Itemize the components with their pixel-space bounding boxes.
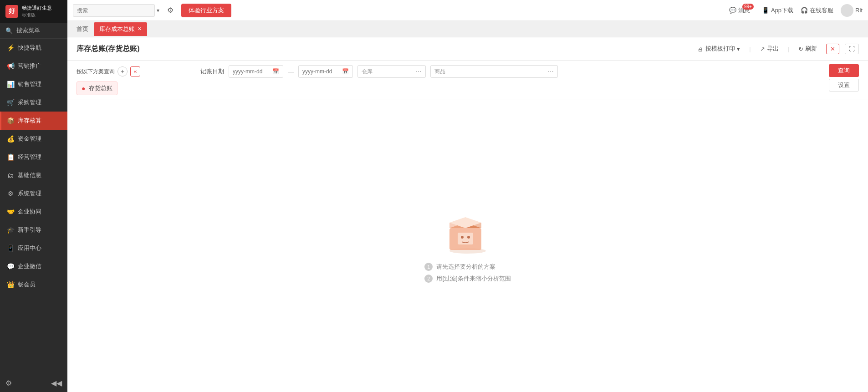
sidebar-item-label: 销售管理 xyxy=(18,80,41,88)
user-name: Rit xyxy=(855,7,863,14)
print-label: 按模板打印 xyxy=(705,45,735,53)
date-start-input[interactable] xyxy=(233,68,269,75)
sidebar-item-newbie[interactable]: 🎓 新手引导 xyxy=(0,221,67,239)
sidebar: 好 畅捷通好生意 标准版 🔍 搜索菜单 ⚡ 快捷导航 📢 营销推广 📊 销售管理… xyxy=(0,0,67,392)
filter-add-btn[interactable]: + xyxy=(117,66,128,76)
app-download-btn[interactable]: 📱 App下载 xyxy=(762,6,793,15)
online-service-btn[interactable]: 🎧 在线客服 xyxy=(801,6,833,15)
tab-home[interactable]: 首页 xyxy=(71,22,94,36)
sidebar-item-label: 采购管理 xyxy=(18,98,41,107)
sidebar-item-quick-nav[interactable]: ⚡ 快捷导航 xyxy=(0,39,67,57)
sidebar-item-label: 库存核算 xyxy=(18,117,41,125)
sidebar-item-label: 营销推广 xyxy=(18,62,41,70)
finance-icon: 💰 xyxy=(7,135,14,143)
sidebar-item-label: 应用中心 xyxy=(18,244,41,252)
avatar xyxy=(841,4,853,17)
filter-date-start[interactable]: 📅 xyxy=(229,65,283,78)
filter-label: 按以下方案查询 xyxy=(77,68,115,76)
scheme-item[interactable]: ● 存货总账 xyxy=(77,81,117,95)
query-btn[interactable]: 查询 xyxy=(829,64,859,77)
sidebar-item-wechat[interactable]: 💬 企业微信 xyxy=(0,257,67,275)
sidebar-item-enterprise[interactable]: 🤝 企业协同 xyxy=(0,203,67,221)
close-icon: ✕ xyxy=(830,46,835,52)
scheme-row: ● 存货总账 xyxy=(77,81,859,95)
close-panel-btn[interactable]: ✕ xyxy=(826,44,839,54)
goods-more-btn[interactable]: ··· xyxy=(548,67,554,76)
collapse-sidebar-btn[interactable]: ◀◀ xyxy=(51,379,62,387)
warehouse-more-btn[interactable]: ··· xyxy=(416,67,422,76)
topbar-right: 💬 消息 99+ 📱 App下载 🎧 在线客服 Rit xyxy=(729,4,863,17)
filter-collapse-btn[interactable]: « xyxy=(130,66,140,76)
expand-btn[interactable]: ⛶ xyxy=(845,44,859,54)
logo-sub-text: 标准版 xyxy=(22,12,52,18)
filter-date-sep: — xyxy=(288,68,294,75)
sidebar-logo: 好 畅捷通好生意 标准版 xyxy=(0,0,67,23)
sidebar-item-marketing[interactable]: 📢 营销推广 xyxy=(0,57,67,75)
message-badge: 99+ xyxy=(742,4,754,10)
marketing-icon: 📢 xyxy=(7,62,14,70)
tab-inventory-ledger-label: 库存成本总账 xyxy=(99,25,135,33)
topbar-settings-btn[interactable]: ⚙ xyxy=(164,4,177,17)
tip-num-2: 2 xyxy=(424,275,433,283)
filter-actions: 查询 设置 xyxy=(829,64,859,92)
message-icon: 💬 xyxy=(729,7,736,14)
date-end-input[interactable] xyxy=(302,68,339,75)
filter-date-end[interactable]: 📅 xyxy=(298,65,353,78)
purchase-icon: 🛒 xyxy=(7,99,14,106)
data-area: 1 请先选择要分析的方案 2 用[过滤]条件来缩小分析范围 xyxy=(67,100,868,392)
tip-item-2: 2 用[过滤]条件来缩小分析范围 xyxy=(424,275,511,283)
topbar-search-area: ▾ ⚙ 体验行业方案 xyxy=(73,4,729,17)
sidebar-item-basic[interactable]: 🗂 基础信息 xyxy=(0,166,67,184)
sidebar-item-sales[interactable]: 📊 销售管理 xyxy=(0,75,67,93)
wechat-icon: 💬 xyxy=(7,263,14,270)
inventory-icon: 📦 xyxy=(7,117,14,124)
topbar: ▾ ⚙ 体验行业方案 💬 消息 99+ 📱 App下载 🎧 在线客服 Rit xyxy=(67,0,868,21)
sidebar-item-label: 企业微信 xyxy=(18,262,41,270)
user-avatar-btn[interactable]: Rit xyxy=(841,4,863,17)
main-area: ▾ ⚙ 体验行业方案 💬 消息 99+ 📱 App下载 🎧 在线客服 Rit xyxy=(67,0,868,392)
warehouse-select[interactable]: 仓库 ··· xyxy=(357,65,426,78)
sidebar-search[interactable]: 🔍 搜索菜单 xyxy=(0,23,67,39)
settings-footer-btn[interactable]: ⚙ xyxy=(5,379,12,387)
print-btn[interactable]: 🖨 按模板打印 ▾ xyxy=(694,43,744,55)
tab-inventory-ledger[interactable]: 库存成本总账 ✕ xyxy=(94,22,147,36)
separator: | xyxy=(749,46,751,52)
sidebar-item-label: 经营管理 xyxy=(18,153,41,161)
calendar-end-icon[interactable]: 📅 xyxy=(342,68,349,75)
sidebar-item-finance[interactable]: 💰 资金管理 xyxy=(0,130,67,148)
sidebar-item-purchase[interactable]: 🛒 采购管理 xyxy=(0,93,67,112)
message-btn[interactable]: 💬 消息 99+ xyxy=(729,6,750,15)
search-icon: 🔍 xyxy=(5,27,13,34)
settings-filter-btn[interactable]: 设置 xyxy=(829,79,859,92)
goods-select[interactable]: 商品 ··· xyxy=(430,65,558,78)
calendar-start-icon[interactable]: 📅 xyxy=(272,68,279,75)
tab-close-btn[interactable]: ✕ xyxy=(138,26,142,31)
goods-label: 商品 xyxy=(434,68,445,76)
sidebar-item-label: 畅会员 xyxy=(18,280,36,289)
sidebar-item-appstore[interactable]: 📱 应用中心 xyxy=(0,239,67,257)
sidebar-item-inventory[interactable]: 📦 库存核算 xyxy=(0,112,67,130)
empty-state: 1 请先选择要分析的方案 2 用[过滤]条件来缩小分析范围 xyxy=(424,210,511,283)
topbar-search-input[interactable] xyxy=(73,4,155,17)
vip-icon: 👑 xyxy=(7,281,14,288)
basic-icon: 🗂 xyxy=(7,172,14,179)
svg-point-3 xyxy=(461,236,464,239)
headset-icon: 🎧 xyxy=(801,7,808,14)
filter-row: 按以下方案查询 + « 记账日期 📅 — 📅 xyxy=(77,65,859,78)
topbar-dropdown-btn[interactable]: ▾ xyxy=(157,7,159,14)
page-header-actions: 🖨 按模板打印 ▾ | ↗ 导出 | ↻ 刷新 ✕ ⛶ xyxy=(694,43,859,55)
sidebar-item-vip[interactable]: 👑 畅会员 xyxy=(0,275,67,294)
industry-btn[interactable]: 体验行业方案 xyxy=(181,4,231,17)
sidebar-footer: ⚙ ◀◀ xyxy=(0,374,67,392)
tip-item-1: 1 请先选择要分析的方案 xyxy=(424,263,511,271)
appstore-icon: 📱 xyxy=(7,244,14,252)
logo-icon: 好 xyxy=(5,5,18,18)
sidebar-item-system[interactable]: ⚙ 系统管理 xyxy=(0,184,67,203)
refresh-label: 刷新 xyxy=(805,45,817,53)
tabbar: 首页 库存成本总账 ✕ xyxy=(67,21,868,37)
refresh-btn[interactable]: ↻ 刷新 xyxy=(795,43,821,55)
app-download-label: App下载 xyxy=(771,6,793,15)
sidebar-item-label: 系统管理 xyxy=(18,189,41,198)
sidebar-item-operation[interactable]: 📋 经营管理 xyxy=(0,148,67,166)
export-btn[interactable]: ↗ 导出 xyxy=(756,43,782,55)
